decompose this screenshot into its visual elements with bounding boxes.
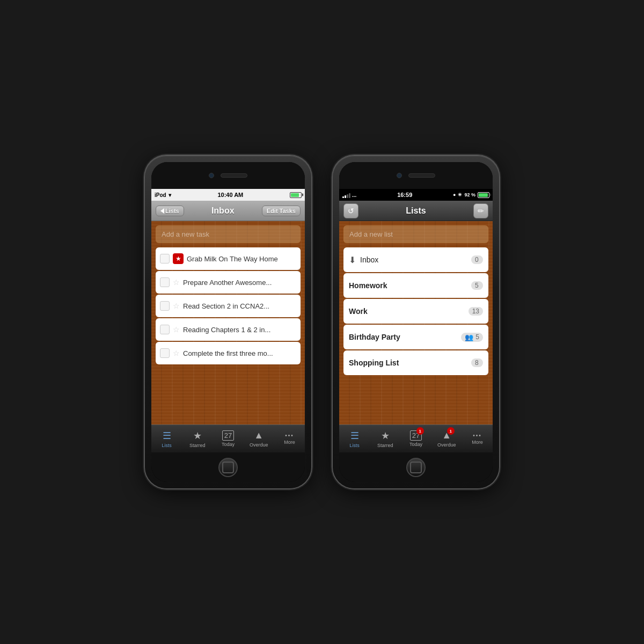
status-bar1: iPod ▾ 10:40 AM xyxy=(151,189,305,201)
tab-label-overdue1: Overdue xyxy=(250,442,268,448)
task-checkbox-3[interactable] xyxy=(160,301,170,311)
tab-bar1: ☰ Lists ★ Starred 27 Today ▲ Overdue ••• xyxy=(151,425,305,452)
edit-list-button[interactable]: ✏ xyxy=(473,203,488,218)
speaker2 xyxy=(408,173,435,178)
list-badge-shopping: 8 xyxy=(471,358,483,367)
nav-bar2: ↺ Lists ✏ xyxy=(339,201,493,221)
list-badge-birthday: 👥 5 xyxy=(461,333,483,342)
task-checkbox-1[interactable] xyxy=(160,254,170,264)
overdue-badge: 1 xyxy=(447,427,455,435)
tab-label-more2: More xyxy=(472,440,483,445)
list-item-homework[interactable]: Homework 5 xyxy=(343,273,488,298)
task-checkbox-2[interactable] xyxy=(160,277,170,287)
signal-bars xyxy=(342,192,350,198)
edit-tasks-button[interactable]: Edit Tasks xyxy=(262,206,301,216)
tab-lists1[interactable]: ☰ Lists xyxy=(151,425,182,452)
list-item-inbox[interactable]: ⬇ Inbox 0 xyxy=(343,247,488,272)
carrier2: ... xyxy=(352,192,356,198)
add-task-input[interactable]: Add a new task xyxy=(156,225,301,243)
tab-lists2[interactable]: ☰ Lists xyxy=(339,425,370,452)
edit-icon: ✏ xyxy=(478,207,484,215)
list-badge-inbox: 0 xyxy=(471,255,483,264)
starred-icon1: ★ xyxy=(193,430,202,442)
speaker1 xyxy=(221,173,247,178)
today-badge: 1 xyxy=(416,427,424,435)
wifi-icon1: ▾ xyxy=(169,192,171,198)
lists-icon1: ☰ xyxy=(163,430,171,442)
task-star-2[interactable]: ☆ xyxy=(173,278,180,287)
lists-icon2: ☰ xyxy=(350,430,359,442)
shared-icon-birthday: 👥 xyxy=(465,333,473,341)
list-item-text-shopping: Shopping List xyxy=(349,358,399,367)
tab-overdue2[interactable]: ▲ 1 Overdue xyxy=(431,425,462,452)
overdue-icon1: ▲ xyxy=(254,430,264,441)
phone2: ... 16:59 ● ✳ 92 % ↺ Lists ✏ xyxy=(333,156,499,488)
inbox-icon: ⬇ xyxy=(349,255,356,265)
list-badge-homework: 5 xyxy=(471,281,483,290)
battery2 xyxy=(478,192,489,198)
task-text-5: Complete the first three mo... xyxy=(183,349,296,357)
nav-title1: Inbox xyxy=(211,206,235,216)
tab-overdue1[interactable]: ▲ Overdue xyxy=(244,425,274,452)
task-item-4[interactable]: ☆ Reading Chapters 1 & 2 in... xyxy=(156,318,301,341)
task-item-2[interactable]: ☆ Prepare Another Awesome... xyxy=(156,271,301,294)
list-item-birthday[interactable]: Birthday Party 👥 5 xyxy=(343,325,488,349)
task-item-3[interactable]: ☆ Read Section 2 in CCNA2... xyxy=(156,295,301,317)
list-item-shopping[interactable]: Shopping List 8 xyxy=(343,350,488,375)
task-star-4[interactable]: ☆ xyxy=(173,325,180,334)
task-text-1: Grab Milk On The Way Home xyxy=(187,255,296,263)
tab-label-starred1: Starred xyxy=(189,443,206,448)
more-icon1: ••• xyxy=(285,433,294,438)
task-star-5[interactable]: ☆ xyxy=(173,349,180,357)
list-item-text-work: Work xyxy=(349,307,368,316)
task-text-2: Prepare Another Awesome... xyxy=(183,279,296,287)
task-text-3: Read Section 2 in CCNA2... xyxy=(183,302,296,310)
wifi-icon2: ● xyxy=(453,192,456,197)
today-icon1: 27 xyxy=(222,430,234,441)
task-item-1[interactable]: ★ Grab Milk On The Way Home xyxy=(156,247,301,270)
tab-label-lists2: Lists xyxy=(349,443,360,448)
tab-label-more1: More xyxy=(284,440,295,445)
tab-more1[interactable]: ••• More xyxy=(274,425,305,452)
task-text-4: Reading Chapters 1 & 2 in... xyxy=(183,326,296,334)
camera2 xyxy=(397,173,402,178)
camera1 xyxy=(209,173,214,178)
refresh-icon: ↺ xyxy=(348,207,354,215)
home-button2[interactable] xyxy=(406,458,426,477)
nav-bar1: Lists Inbox Edit Tasks xyxy=(151,201,305,221)
tab-starred1[interactable]: ★ Starred xyxy=(182,425,213,452)
phone1-bottom xyxy=(151,452,305,482)
tab-label-overdue2: Overdue xyxy=(437,442,456,448)
add-list-input[interactable]: Add a new list xyxy=(343,225,488,243)
starred-icon2: ★ xyxy=(381,430,390,442)
more-icon2: ••• xyxy=(473,433,482,438)
tab-bar2: ☰ Lists ★ Starred 27 1 Today ▲ 1 Overdue xyxy=(339,425,493,452)
list-item-text-birthday: Birthday Party xyxy=(349,333,400,341)
refresh-button[interactable]: ↺ xyxy=(343,203,358,218)
phone2-top xyxy=(339,162,493,189)
tab-starred2[interactable]: ★ Starred xyxy=(370,425,400,452)
task-checkbox-4[interactable] xyxy=(160,325,170,334)
time1: 10:40 AM xyxy=(217,192,243,198)
list-badge-work: 13 xyxy=(469,307,483,316)
task-item-5[interactable]: ☆ Complete the first three mo... xyxy=(156,342,301,364)
back-button1[interactable]: Lists xyxy=(156,206,184,216)
home-inner2 xyxy=(410,462,422,473)
tab-today1[interactable]: 27 Today xyxy=(213,425,243,452)
task-star-3[interactable]: ☆ xyxy=(173,302,180,310)
list-item-work[interactable]: Work 13 xyxy=(343,299,488,324)
list-item-text-inbox: Inbox xyxy=(360,255,378,264)
task-checkbox-5[interactable] xyxy=(160,348,170,358)
battery1 xyxy=(290,192,302,198)
task-star-1[interactable]: ★ xyxy=(173,253,184,264)
phone2-bottom xyxy=(339,452,493,482)
bluetooth-icon: ✳ xyxy=(458,192,462,197)
tab-label-today1: Today xyxy=(222,442,235,447)
list-item-text-homework: Homework xyxy=(349,281,387,290)
battery-pct: 92 % xyxy=(464,192,475,197)
tab-label-lists1: Lists xyxy=(162,443,172,448)
home-button1[interactable] xyxy=(218,458,238,477)
tab-today2[interactable]: 27 1 Today xyxy=(400,425,431,452)
phone1-top xyxy=(151,162,305,189)
tab-more2[interactable]: ••• More xyxy=(462,425,493,452)
